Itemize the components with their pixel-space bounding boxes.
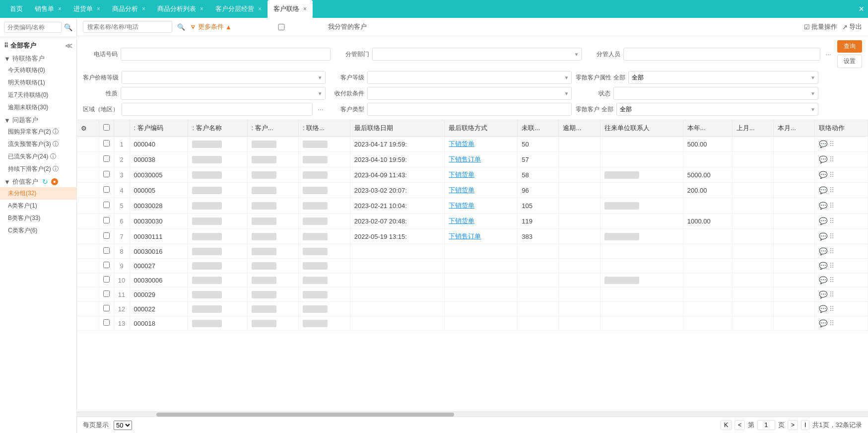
row-last-method[interactable]: 下销售订单	[445, 152, 518, 167]
nav-tab-customer-contact[interactable]: 客户联络 ×	[267, 0, 313, 18]
person-dots-icon[interactable]: ···	[823, 50, 833, 58]
sidebar-item-class-b[interactable]: B类客户(33)	[0, 212, 76, 224]
sidebar-group-value[interactable]: ▼ 价值客户 ↻ ●	[0, 175, 76, 187]
row-grid-icon[interactable]: ⠿	[829, 140, 834, 148]
nav-tab-analysis[interactable]: 商品分析 ×	[106, 0, 151, 18]
nav-tab-home[interactable]: 首页	[4, 0, 29, 18]
row-grid-icon[interactable]: ⠿	[829, 155, 834, 163]
row-grid-icon[interactable]: ⠿	[829, 290, 834, 298]
reset-button[interactable]: 设置	[837, 55, 862, 68]
row-last-method[interactable]: 下销货单	[445, 198, 518, 214]
close-customer-layer-tab-icon[interactable]: ×	[258, 0, 262, 18]
sidebar-group-problem[interactable]: ▼ 问题客户	[0, 114, 76, 126]
row-checkbox[interactable]	[103, 171, 110, 177]
row-name[interactable]	[188, 229, 247, 244]
row-name[interactable]	[188, 183, 247, 198]
row-phone-icon[interactable]: 💬	[819, 262, 827, 270]
scatter-customer-select[interactable]: 全部	[616, 103, 818, 116]
row-name[interactable]	[188, 259, 247, 273]
batch-op-btn[interactable]: ☑ 批量操作	[804, 22, 837, 31]
sidebar-item-churned[interactable]: 已流失客户(24) ⓘ	[0, 150, 76, 163]
row-name[interactable]	[188, 302, 247, 316]
region-input[interactable]	[122, 103, 313, 116]
row-phone-icon[interactable]: 💬	[819, 276, 827, 284]
my-customers-checkbox[interactable]	[237, 24, 326, 30]
person-input[interactable]	[623, 48, 820, 61]
per-page-select[interactable]: 50	[114, 421, 132, 430]
price-level-select[interactable]	[122, 71, 326, 84]
row-last-method[interactable]	[445, 259, 518, 273]
row-checkbox[interactable]	[103, 247, 110, 254]
next-page-btn[interactable]: >	[788, 420, 798, 430]
close-purchase-tab-icon[interactable]: ×	[97, 0, 100, 18]
refresh-icon[interactable]: ↻	[42, 178, 48, 186]
sidebar-search-icon[interactable]: 🔍	[64, 23, 72, 31]
nav-tab-customer-layer[interactable]: 客户分层经营 ×	[209, 0, 267, 18]
row-grid-icon[interactable]: ⠿	[829, 319, 834, 327]
row-grid-icon[interactable]: ⠿	[829, 217, 834, 225]
row-checkbox[interactable]	[103, 305, 110, 311]
row-name[interactable]	[188, 244, 247, 259]
row-last-method[interactable]	[445, 288, 518, 302]
row-grid-icon[interactable]: ⠿	[829, 276, 834, 284]
status-select[interactable]	[613, 87, 818, 100]
sidebar-item-today-pending[interactable]: 今天待联络(0)	[0, 64, 76, 76]
search-icon[interactable]: 🔍	[177, 23, 185, 31]
sidebar-item-overdue-pending[interactable]: 逾期未联络(30)	[0, 101, 76, 114]
row-name[interactable]	[188, 316, 247, 331]
nav-tab-sales[interactable]: 销售单 ×	[29, 0, 67, 18]
row-phone-icon[interactable]: 💬	[819, 290, 827, 298]
row-last-method[interactable]: 下销售订单	[445, 229, 518, 244]
cust-type-input[interactable]	[367, 103, 572, 116]
export-btn[interactable]: ↗ 导出	[842, 22, 862, 31]
dept-select[interactable]	[372, 48, 582, 61]
close-customer-contact-tab-icon[interactable]: ×	[303, 0, 307, 18]
row-phone-icon[interactable]: 💬	[819, 202, 827, 210]
row-checkbox[interactable]	[103, 319, 110, 326]
nav-tab-analysis-list[interactable]: 商品分析列表 ×	[151, 0, 209, 18]
table-settings-icon[interactable]: ⚙	[77, 120, 99, 137]
row-last-method[interactable]	[445, 302, 518, 316]
row-checkbox[interactable]	[103, 276, 110, 283]
row-checkbox[interactable]	[103, 140, 110, 146]
close-sales-tab-icon[interactable]: ×	[58, 0, 62, 18]
row-grid-icon[interactable]: ⠿	[829, 171, 834, 179]
row-phone-icon[interactable]: 💬	[819, 305, 827, 313]
row-last-method[interactable]: 下销货单	[445, 167, 518, 183]
row-last-method[interactable]: 下销货单	[445, 137, 518, 152]
row-grid-icon[interactable]: ⠿	[829, 232, 834, 240]
search-input[interactable]	[83, 21, 172, 33]
row-last-method[interactable]: 下销货单	[445, 214, 518, 229]
customer-level-select[interactable]	[367, 71, 572, 84]
scatter-attr-select[interactable]: 全部	[628, 71, 818, 84]
sidebar-collapse-icon[interactable]: ≪	[65, 42, 72, 50]
first-page-btn[interactable]: K	[721, 420, 732, 430]
select-all-checkbox[interactable]	[103, 124, 110, 131]
sidebar-item-tomorrow-pending[interactable]: 明天待联络(1)	[0, 76, 76, 89]
row-last-method[interactable]: 下销货单	[445, 183, 518, 198]
row-phone-icon[interactable]: 💬	[819, 217, 827, 225]
row-last-method[interactable]	[445, 273, 518, 288]
close-analysis-list-tab-icon[interactable]: ×	[200, 0, 203, 18]
row-phone-icon[interactable]: 💬	[819, 140, 827, 148]
phone-input[interactable]	[121, 48, 331, 61]
row-grid-icon[interactable]: ⠿	[829, 186, 834, 194]
sidebar-item-declining[interactable]: 持续下滑客户(2) ⓘ	[0, 163, 76, 175]
my-customers-checkbox-wrap[interactable]: 我分管的客户	[237, 22, 367, 31]
row-grid-icon[interactable]: ⠿	[829, 247, 834, 255]
sidebar-item-abnormal[interactable]: 囤购异常客户(2) ⓘ	[0, 126, 76, 138]
row-phone-icon[interactable]: 💬	[819, 155, 827, 163]
sidebar-item-class-c[interactable]: C类客户(6)	[0, 224, 76, 237]
sidebar-item-ungrouped[interactable]: 未分组(32)	[0, 187, 76, 200]
row-checkbox[interactable]	[103, 262, 110, 268]
row-checkbox[interactable]	[103, 217, 110, 223]
row-checkbox[interactable]	[103, 155, 110, 162]
payment-select[interactable]	[367, 87, 572, 100]
row-checkbox[interactable]	[103, 290, 110, 297]
query-button[interactable]: 查询	[837, 40, 862, 53]
prev-page-btn[interactable]: <	[734, 420, 745, 430]
row-name[interactable]	[188, 167, 247, 183]
row-last-method[interactable]	[445, 316, 518, 331]
last-page-btn[interactable]: I	[801, 420, 809, 430]
row-name[interactable]	[188, 273, 247, 288]
